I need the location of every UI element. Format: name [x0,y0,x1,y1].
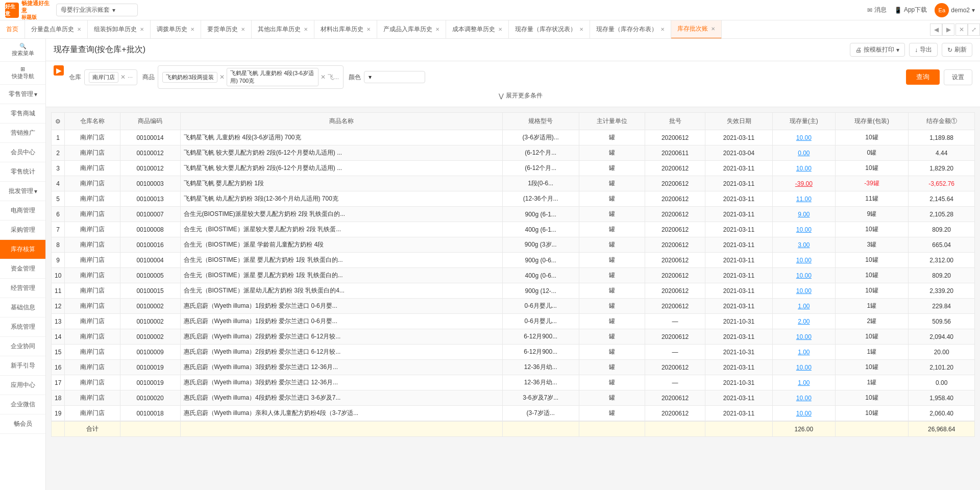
settings-column-header[interactable]: ⚙ [52,113,65,130]
refresh-button[interactable]: ↻ 刷新 [942,43,972,57]
sidebar-item-member-center[interactable]: 会员中心 [0,143,45,162]
row-qty[interactable]: 10.00 [773,390,835,406]
row-qty[interactable]: 1.00 [773,345,835,360]
remove-warehouse-icon[interactable]: ✕ [120,74,126,81]
sidebar-item-basic-info[interactable]: 基础信息 [0,298,45,317]
sidebar-item-retail-management[interactable]: 零售管理▾ [0,85,45,104]
tab-cost-adjustment[interactable]: 成本调整单历史 ✕ [446,20,509,39]
tab-inventory-history[interactable]: 分量盘点单历史 ✕ [25,20,88,39]
more-products-tag[interactable]: 飞... [328,73,339,82]
tab-home[interactable]: 首页 [0,20,25,39]
tab-inventory-status[interactable]: 现存量（库存状况表） ✕ [509,20,590,39]
close-tab-icon[interactable]: ✕ [660,27,665,32]
warehouse-field[interactable]: 南岸门店 ✕ ··· [84,69,137,85]
tab-assembly-history[interactable]: 组装拆卸单历史 ✕ [88,20,151,39]
row-qty[interactable]: 1.00 [773,375,835,390]
nav-max-button[interactable]: ⤢ [968,23,980,36]
close-tab-icon[interactable]: ✕ [241,27,245,32]
close-tab-icon[interactable]: ✕ [498,27,502,32]
sidebar-item-purchase[interactable]: 采购管理 [0,220,45,240]
tab-batch-account[interactable]: 库存批次账 ✕ [671,20,722,39]
close-tab-icon[interactable]: ✕ [304,27,308,32]
sidebar-search[interactable]: 🔍 搜索菜单 [0,39,45,62]
refresh-icon: ↻ [947,46,952,54]
row-qty[interactable]: 9.00 [773,207,835,222]
close-tab-icon[interactable]: ✕ [711,26,715,32]
close-tab-icon[interactable]: ✕ [366,27,371,32]
product-field[interactable]: 飞鹤奶粉3段两提装 ✕ 飞鹤星飞帆 儿童奶粉 4段(3-6岁适用) 700克 ✕… [158,65,344,89]
org-selector[interactable]: 母婴行业演示账套 ▾ [56,4,138,16]
row-qty[interactable]: 10.00 [773,329,835,345]
close-tab-icon[interactable]: ✕ [435,27,439,32]
more-warehouse-icon[interactable]: ··· [128,74,133,81]
remove-product2-icon[interactable]: ✕ [321,74,326,81]
sidebar-item-finance[interactable]: 资金管理 [0,259,45,279]
nav-close-button[interactable]: ✕ [955,23,968,36]
export-icon: ↓ [915,46,918,54]
color-field[interactable]: ▾ [364,71,425,83]
close-tab-icon[interactable]: ✕ [579,27,583,32]
nav-next-arrow[interactable]: ▶ [942,23,954,36]
sidebar-item-system[interactable]: 系统管理 [0,317,45,337]
sidebar-item-operations[interactable]: 经营管理 [0,279,45,298]
message-button[interactable]: ✉ 消息 [867,6,887,14]
row-qty[interactable]: 2.00 [773,314,835,329]
row-expiry: 2021-10-31 [705,314,773,329]
tab-inventory-distribution[interactable]: 现存量（库存分布表） ✕ [590,20,671,39]
row-expiry: 2021-03-11 [705,176,773,191]
row-qty[interactable]: 1.00 [773,299,835,314]
close-tab-icon[interactable]: ✕ [140,27,144,32]
row-qty[interactable]: 10.00 [773,130,835,145]
filter-expand-toggle[interactable]: ▶ [54,65,64,76]
sidebar-item-guide[interactable]: 新手引导 [0,356,45,376]
row-amount: 809.20 [909,268,975,283]
row-qty[interactable]: 10.00 [773,283,835,299]
row-name: 飞鹤星飞帆 较大婴儿配方奶粉 2段(6-12个月婴幼儿适用) ... [180,161,502,176]
tab-other-outbound[interactable]: 其他出库单历史 ✕ [252,20,314,39]
row-qty[interactable]: -39.00 [773,176,835,191]
close-tab-icon[interactable]: ✕ [77,27,81,32]
sidebar-item-member[interactable]: 畅会员 [0,414,45,434]
expand-icon[interactable]: ▶ [54,65,64,76]
sidebar-item-app-center[interactable]: 应用中心 [0,376,45,395]
row-expiry: 2021-10-31 [705,375,773,390]
template-print-button[interactable]: 🖨 按模板打印 ▾ [850,43,905,57]
row-qty[interactable]: 10.00 [773,253,835,268]
table-row: 13南岸门店00100002惠氏启蔚（Wyeth illuma）1段奶粉 爱尔兰… [52,314,975,329]
user-menu[interactable]: Ea demo2 ▾ [935,3,975,17]
row-code: 00100012 [120,145,180,161]
close-tab-icon[interactable]: ✕ [190,27,194,32]
sidebar-item-inventory[interactable]: 库存核算 [0,240,45,259]
row-qty[interactable]: 10.00 [773,406,835,422]
nav-prev-arrow[interactable]: ◀ [930,23,942,36]
settings-button[interactable]: 设置 [944,69,972,85]
row-qty[interactable]: 10.00 [773,222,835,237]
sidebar-item-marketing[interactable]: 营销推广 [0,124,45,143]
row-qty[interactable]: 10.00 [773,161,835,176]
remove-product1-icon[interactable]: ✕ [219,74,225,81]
row-qty-pkg: 0罐 [835,145,909,161]
sidebar-item-wholesale[interactable]: 批发管理▾ [0,182,45,201]
tab-transfer-history[interactable]: 调拨单历史 ✕ [151,20,201,39]
export-button[interactable]: ↓ 导出 [909,43,938,57]
row-qty[interactable]: 10.00 [773,360,835,375]
expand-more-button[interactable]: ⋁ 展开更多条件 [499,91,543,100]
sidebar-quick-nav[interactable]: ⊞ 快捷导航 [0,62,45,85]
row-qty[interactable]: 11.00 [773,191,835,207]
tab-product-inbound[interactable]: 产成品入库单历史 ✕ [377,20,446,39]
org-name: 母婴行业演示账套 [61,6,110,14]
row-amount: 2,094.40 [909,329,975,345]
query-button[interactable]: 查询 [906,69,940,85]
row-qty[interactable]: 10.00 [773,268,835,283]
sidebar-item-retail-stats[interactable]: 零售统计 [0,162,45,182]
row-qty[interactable]: 0.00 [773,145,835,161]
sidebar-item-ecommerce[interactable]: 电商管理 [0,201,45,220]
row-code: 00100020 [120,390,180,406]
sidebar-item-wechat[interactable]: 企业微信 [0,395,45,414]
sidebar-item-retail-mall[interactable]: 零售商城 [0,104,45,124]
tab-material-outbound[interactable]: 材料出库单历史 ✕ [314,20,377,39]
row-qty[interactable]: 3.00 [773,237,835,253]
tab-requisition-history[interactable]: 要货单历史 ✕ [201,20,252,39]
sidebar-item-enterprise[interactable]: 企业协同 [0,337,45,356]
app-download-button[interactable]: 📱 App下载 [894,6,927,14]
